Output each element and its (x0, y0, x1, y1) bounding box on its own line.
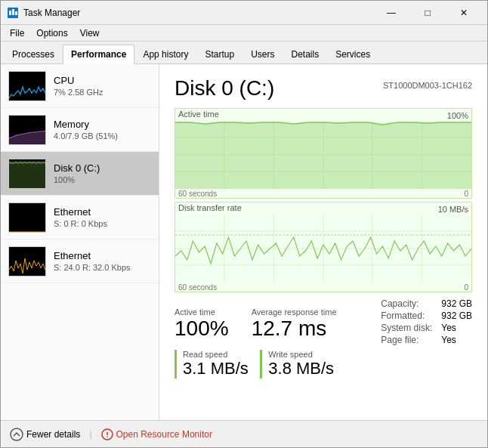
active-time-value: 100% (175, 317, 229, 341)
ethernet1-detail: S: 0 R: 0 Kbps (54, 219, 151, 228)
chart1-label: Active time (175, 107, 222, 119)
sidebar-item-ethernet1[interactable]: Ethernet S: 0 R: 0 Kbps (1, 196, 159, 239)
svg-marker-8 (9, 161, 46, 189)
cpu-detail: 7% 2.58 GHz (54, 88, 151, 97)
app-icon (7, 7, 19, 19)
sidebar-item-cpu[interactable]: CPU 7% 2.58 GHz (1, 64, 159, 108)
sidebar-item-memory[interactable]: Memory 4.0/7.9 GB (51%) (1, 108, 159, 152)
ethernet2-name: Ethernet (54, 250, 151, 261)
disk-properties: Capacity: 932 GB Formatted: 932 GB Syste… (381, 298, 472, 345)
detail-title: Disk 0 (C:) (175, 76, 274, 100)
window-title: Task Manager (23, 8, 374, 18)
bottom-separator: | (89, 429, 91, 440)
memory-info: Memory 4.0/7.9 GB (51%) (54, 119, 151, 141)
open-resource-monitor-button[interactable]: Open Resource Monitor (101, 428, 212, 440)
cpu-name: CPU (54, 75, 151, 86)
svg-rect-9 (9, 203, 46, 233)
ethernet1-thumbnail (8, 202, 46, 233)
stats-left: Active time 100% Average response time 1… (175, 298, 337, 378)
svg-rect-10 (9, 247, 46, 277)
maximize-button[interactable]: □ (410, 2, 445, 24)
system-disk-label: System disk: (381, 323, 432, 333)
title-bar: Task Manager — □ ✕ (1, 1, 487, 25)
menu-options[interactable]: Options (30, 26, 73, 40)
read-speed-value: 3.1 MB/s (183, 359, 251, 378)
cpu-thumbnail (8, 71, 46, 101)
ethernet2-info: Ethernet S: 24.0 R: 32.0 Kbps (54, 250, 151, 272)
open-monitor-label: Open Resource Monitor (116, 429, 212, 440)
tab-services[interactable]: Services (327, 44, 378, 63)
memory-detail: 4.0/7.9 GB (51%) (54, 131, 151, 141)
memory-name: Memory (54, 119, 151, 130)
active-time-stat: Active time 100% (175, 307, 229, 341)
transfer-rate-chart: Disk transfer rate 10 MB/s (175, 202, 472, 292)
disk-detail: 100% (54, 175, 151, 184)
main-content: CPU 7% 2.58 GHz Memory 4.0/7.9 GB (51%) (1, 64, 487, 420)
ethernet2-detail: S: 24.0 R: 32.0 Kbps (54, 263, 151, 272)
sidebar-item-ethernet2[interactable]: Ethernet S: 24.0 R: 32.0 Kbps (1, 239, 159, 283)
avg-response-stat: Average response time 12.7 ms (252, 307, 337, 341)
ethernet1-info: Ethernet S: 0 R: 0 Kbps (54, 206, 151, 228)
bottom-bar: Fewer details | Open Resource Monitor (1, 420, 487, 447)
chart1-time: 60 seconds 0 (175, 189, 471, 199)
write-speed-label: Write speed (268, 350, 336, 359)
speed-stats: Read speed 3.1 MB/s Write speed 3.8 MB/s (175, 350, 337, 378)
disk-info: Disk 0 (C:) 100% (54, 162, 151, 184)
chart1-time-right: 0 (464, 190, 468, 198)
sidebar: CPU 7% 2.58 GHz Memory 4.0/7.9 GB (51%) (1, 64, 159, 420)
menu-bar: File Options View (1, 25, 487, 42)
formatted-value: 932 GB (441, 311, 472, 321)
chart2-time: 60 seconds 0 (175, 283, 471, 292)
capacity-value: 932 GB (441, 298, 472, 309)
capacity-label: Capacity: (381, 298, 432, 309)
detail-subtitle: ST1000DM003-1CH162 (383, 81, 472, 90)
open-monitor-icon (101, 428, 113, 440)
memory-thumbnail (8, 115, 46, 145)
task-manager-window: Task Manager — □ ✕ File Options View Pro… (0, 0, 488, 448)
stats-section: Active time 100% Average response time 1… (175, 298, 472, 378)
read-speed-label: Read speed (183, 350, 251, 359)
svg-rect-3 (15, 11, 17, 15)
chart1-right-label: 100% (447, 111, 468, 120)
ethernet1-name: Ethernet (54, 206, 151, 218)
disk-thumbnail (8, 159, 46, 189)
menu-file[interactable]: File (4, 26, 30, 40)
page-file-label: Page file: (381, 335, 432, 345)
write-speed: Write speed 3.8 MB/s (260, 350, 336, 378)
cpu-info: CPU 7% 2.58 GHz (54, 75, 151, 97)
sidebar-item-disk[interactable]: Disk 0 (C:) 100% (1, 152, 159, 196)
chart1-time-left: 60 seconds (178, 190, 217, 198)
chart2-right-label: 10 MB/s (438, 205, 468, 214)
system-disk-value: Yes (441, 323, 472, 333)
main-stats: Active time 100% Average response time 1… (175, 307, 337, 341)
detail-panel: Disk 0 (C:) ST1000DM003-1CH162 Active ti… (159, 64, 487, 420)
svg-marker-20 (175, 122, 471, 189)
tab-details[interactable]: Details (283, 44, 327, 63)
close-button[interactable]: ✕ (446, 2, 481, 24)
tab-performance[interactable]: Performance (63, 45, 134, 64)
fewer-details-label: Fewer details (26, 429, 80, 440)
tab-startup[interactable]: Startup (196, 44, 242, 63)
avg-response-label: Average response time (252, 307, 337, 317)
tab-users[interactable]: Users (242, 44, 283, 63)
page-file-value: Yes (441, 335, 472, 345)
detail-title-block: Disk 0 (C:) (175, 76, 274, 100)
detail-header: Disk 0 (C:) ST1000DM003-1CH162 (175, 76, 472, 100)
window-controls: — □ ✕ (374, 2, 481, 24)
svg-rect-2 (12, 9, 14, 15)
minimize-button[interactable]: — (374, 2, 409, 24)
menu-view[interactable]: View (74, 26, 106, 40)
read-speed: Read speed 3.1 MB/s (175, 350, 251, 378)
tab-app-history[interactable]: App history (134, 44, 196, 63)
active-time-chart: Active time 100% (175, 108, 472, 199)
avg-response-value: 12.7 ms (252, 317, 337, 341)
formatted-label: Formatted: (381, 311, 432, 321)
svg-rect-1 (9, 11, 11, 15)
tab-bar: Processes Performance App history Startu… (1, 42, 487, 64)
write-speed-value: 3.8 MB/s (268, 359, 336, 378)
svg-point-34 (107, 436, 108, 437)
chart2-time-left: 60 seconds (178, 283, 217, 292)
svg-point-31 (11, 428, 23, 440)
fewer-details-button[interactable]: Fewer details (10, 428, 80, 441)
tab-processes[interactable]: Processes (4, 44, 63, 63)
